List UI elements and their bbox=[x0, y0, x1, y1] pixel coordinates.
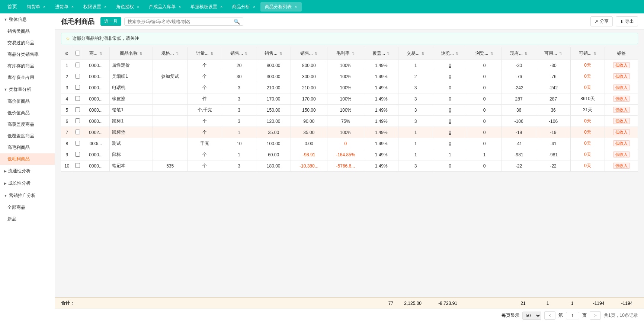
nav-close-purchase[interactable]: × bbox=[71, 4, 74, 9]
row-browse1[interactable]: 0 bbox=[433, 138, 467, 149]
row-checkbox-cell[interactable] bbox=[73, 105, 82, 116]
row-name[interactable]: 鼠标 bbox=[110, 149, 153, 160]
sidebar-item-sales-goods[interactable]: 销售类商品 bbox=[0, 26, 55, 37]
row-checkbox-cell[interactable] bbox=[73, 127, 82, 138]
row-browse1[interactable]: 0 bbox=[433, 82, 467, 93]
sidebar-item-high-value[interactable]: 高价值商品 bbox=[0, 96, 55, 107]
nav-purchase-order[interactable]: 进货单 × bbox=[51, 2, 78, 12]
sidebar-item-traded-goods[interactable]: 交易过的商品 bbox=[0, 37, 55, 49]
sidebar-item-category-rate[interactable]: 商品分类销售率 bbox=[0, 49, 55, 60]
prev-page-button[interactable]: ＜ bbox=[544, 311, 555, 320]
row-checkbox[interactable] bbox=[75, 63, 80, 67]
nav-close-permissions[interactable]: × bbox=[104, 4, 106, 9]
settings-icon[interactable]: ⚙ bbox=[65, 51, 69, 56]
sidebar-section-growth[interactable]: ▶ 成长性分析 bbox=[0, 177, 55, 189]
sort-icon-spec[interactable]: ⇅ bbox=[176, 52, 179, 55]
row-checkbox[interactable] bbox=[75, 163, 80, 168]
sidebar-section-overall[interactable]: ▼ 整体信息 bbox=[0, 13, 55, 26]
sort-icon-trade[interactable]: ⇅ bbox=[422, 52, 424, 55]
nav-home[interactable]: 首页 bbox=[3, 2, 22, 12]
search-box[interactable]: 🔍 bbox=[124, 17, 243, 26]
page-number-input[interactable] bbox=[566, 312, 579, 319]
row-checkbox-cell[interactable] bbox=[73, 149, 82, 160]
sort-icon-profit[interactable]: ⇅ bbox=[315, 52, 318, 55]
row-checkbox[interactable] bbox=[75, 107, 80, 112]
row-checkbox[interactable] bbox=[75, 141, 80, 146]
row-name[interactable]: 测试 bbox=[110, 138, 153, 149]
row-checkbox[interactable] bbox=[75, 130, 80, 134]
nav-permissions[interactable]: 权限设置 × bbox=[79, 2, 111, 12]
row-checkbox-cell[interactable] bbox=[73, 93, 82, 105]
sidebar-item-stock-goods[interactable]: 有库存的商品 bbox=[0, 60, 55, 72]
row-checkbox-cell[interactable] bbox=[73, 138, 82, 149]
row-name[interactable]: 电话机 bbox=[110, 82, 153, 93]
sidebar-section-marketing[interactable]: ▼ 营销推广分析 bbox=[0, 189, 55, 202]
row-checkbox[interactable] bbox=[75, 96, 80, 101]
sort-icon-unit[interactable]: ⇅ bbox=[211, 52, 214, 55]
row-browse1[interactable]: 0 bbox=[433, 127, 467, 138]
row-checkbox[interactable] bbox=[75, 118, 80, 123]
filter-month-button[interactable]: 近一月 bbox=[100, 17, 121, 26]
row-browse1[interactable]: 0 bbox=[433, 60, 467, 71]
next-page-button[interactable]: ＞ bbox=[590, 311, 601, 320]
sidebar-item-all-goods[interactable]: 全部商品 bbox=[0, 202, 55, 213]
sidebar-item-new-goods[interactable]: 新品 bbox=[0, 213, 55, 225]
sidebar-item-stock-fund[interactable]: 库存资金占用 bbox=[0, 72, 55, 83]
nav-sales-order[interactable]: 销货单 × bbox=[22, 2, 50, 12]
row-checkbox-cell[interactable] bbox=[73, 71, 82, 82]
share-button[interactable]: ↗ 分享 bbox=[590, 16, 613, 26]
sidebar-item-low-value[interactable]: 低价值商品 bbox=[0, 107, 55, 119]
row-name[interactable]: 鼠标垫 bbox=[110, 127, 153, 138]
row-name[interactable]: 橡皮擦 bbox=[110, 93, 153, 105]
sort-icon-stock-avail[interactable]: ⇅ bbox=[559, 52, 562, 55]
per-page-select[interactable]: 50 100 200 bbox=[522, 312, 541, 320]
row-name[interactable]: 铅笔1 bbox=[110, 105, 153, 116]
row-checkbox-cell[interactable] bbox=[73, 82, 82, 93]
nav-close-sales[interactable]: × bbox=[43, 4, 45, 9]
sort-icon-qty[interactable]: ⇅ bbox=[245, 52, 248, 55]
nav-close-inbound[interactable]: × bbox=[179, 4, 181, 9]
row-browse1[interactable]: 0 bbox=[433, 71, 467, 82]
nav-close-analysis-list[interactable]: × bbox=[295, 4, 297, 9]
row-name[interactable]: 笔记本 bbox=[110, 160, 153, 172]
row-name[interactable]: 吴细细1 bbox=[110, 71, 153, 82]
nav-product-analysis[interactable]: 商品分析 × bbox=[228, 2, 260, 12]
sidebar-item-high-margin[interactable]: 高毛利商品 bbox=[0, 142, 55, 153]
nav-close-template[interactable]: × bbox=[220, 4, 222, 9]
col-settings[interactable]: ⚙ bbox=[61, 47, 73, 60]
row-checkbox-cell[interactable] bbox=[73, 60, 82, 71]
nav-product-inbound[interactable]: 产成品入库单 × bbox=[144, 2, 185, 12]
nav-product-analysis-list[interactable]: 商品分析列表 × bbox=[260, 2, 301, 12]
row-browse1[interactable]: 0 bbox=[433, 105, 467, 116]
row-checkbox[interactable] bbox=[75, 85, 80, 90]
select-all-checkbox[interactable] bbox=[75, 51, 80, 55]
col-checkbox-all[interactable] bbox=[73, 47, 82, 60]
row-browse1[interactable]: 0 bbox=[433, 116, 467, 127]
table-container[interactable]: ⚙ 商... ⇅ 商品名称 ⇅ bbox=[61, 47, 638, 297]
sort-icon-coverage[interactable]: ⇅ bbox=[387, 52, 390, 55]
nav-close-role[interactable]: × bbox=[137, 4, 139, 9]
sort-icon-browse2[interactable]: ⇅ bbox=[490, 52, 493, 55]
sort-icon-margin[interactable]: ⇅ bbox=[352, 52, 355, 55]
sort-icon-price[interactable]: ⇅ bbox=[279, 52, 282, 55]
sort-icon-stock-sell[interactable]: ⇅ bbox=[593, 52, 596, 55]
sidebar-item-low-margin[interactable]: 低毛利商品 bbox=[0, 153, 55, 165]
row-checkbox-cell[interactable] bbox=[73, 160, 82, 172]
sidebar-item-high-coverage[interactable]: 高覆盖度商品 bbox=[0, 119, 55, 130]
row-browse1[interactable]: 0 bbox=[433, 93, 467, 105]
row-checkbox[interactable] bbox=[75, 152, 80, 157]
row-browse1[interactable]: 0 bbox=[433, 160, 467, 172]
nav-close-analysis[interactable]: × bbox=[253, 4, 255, 9]
row-checkbox[interactable] bbox=[75, 74, 80, 79]
row-browse1[interactable]: 1 bbox=[433, 149, 467, 160]
nav-template-settings[interactable]: 单据模板设置 × bbox=[186, 2, 227, 12]
search-input[interactable] bbox=[128, 19, 234, 24]
sort-icon-name[interactable]: ⇅ bbox=[140, 52, 142, 55]
export-button[interactable]: ⬇ 导出 bbox=[616, 16, 638, 26]
row-checkbox-cell[interactable] bbox=[73, 116, 82, 127]
row-name[interactable]: 鼠标1 bbox=[110, 116, 153, 127]
sidebar-item-low-coverage[interactable]: 低覆盖度商品 bbox=[0, 130, 55, 142]
sort-icon[interactable]: ⇅ bbox=[99, 52, 102, 55]
sort-icon-browse1[interactable]: ⇅ bbox=[456, 52, 459, 55]
sidebar-section-cluster[interactable]: ▼ 类群量分析 bbox=[0, 83, 55, 96]
